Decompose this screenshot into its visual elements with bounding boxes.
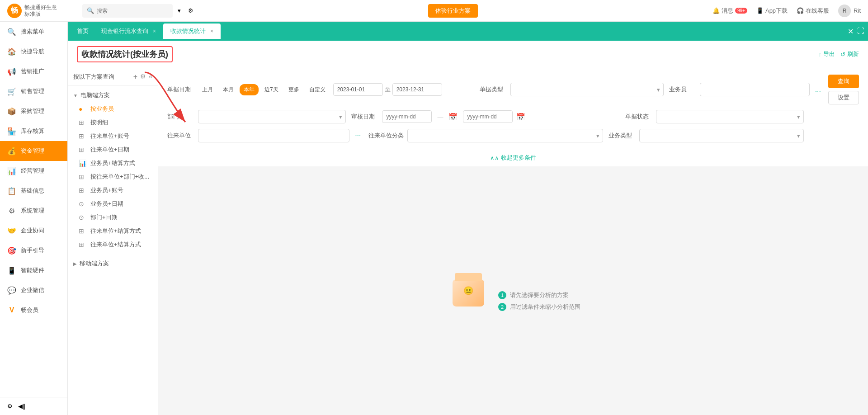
scheme-item-detail[interactable]: ⊞ 按明细 — [68, 116, 158, 129]
review-date-to-input[interactable] — [463, 110, 513, 123]
sidebar-item-management[interactable]: 📊 经营管理 — [0, 161, 67, 181]
scheme-item-unit-date[interactable]: ⊞ 往来单位+日期 — [68, 143, 158, 156]
tab-cashflow[interactable]: 现金银行流水查询 × — [94, 24, 163, 39]
query-button[interactable]: 查询 — [828, 75, 859, 88]
sidebar-item-hardware[interactable]: 📱 智能硬件 — [0, 260, 67, 280]
date-btn-last-month[interactable]: 上月 — [198, 84, 217, 95]
date-btn-this-year[interactable]: 本年 — [240, 84, 259, 95]
scheme-header-label: 按以下方案查询 — [73, 73, 114, 81]
guide-icon: 🎯 — [7, 246, 16, 255]
tab-maximize-icon[interactable]: ⛶ — [857, 27, 864, 35]
search-input[interactable] — [97, 8, 165, 14]
search-icon: 🔍 — [87, 7, 94, 14]
date-to-input[interactable] — [392, 83, 442, 96]
sidebar-item-weixin[interactable]: 💬 企业微信 — [0, 280, 67, 300]
notification-label: 消息 — [722, 7, 733, 15]
scheme-collapse-icon[interactable]: « — [149, 73, 152, 81]
app-download-area[interactable]: 📱 App下载 — [756, 7, 788, 15]
header-search-box[interactable]: 🔍 — [82, 4, 173, 18]
salesman-input[interactable] — [700, 83, 809, 96]
scheme-item-salesman-date[interactable]: ⊙ 业务员+日期 — [68, 197, 158, 211]
scheme-item-label: 往来单位+日期 — [90, 146, 129, 154]
sidebar-item-label: 快捷导航 — [21, 47, 44, 56]
dropdown-chevron-icon[interactable]: ▾ — [175, 7, 183, 14]
scheme-item-unit-payment1[interactable]: ⊞ 往来单位+结算方式 — [68, 224, 158, 238]
sidebar-item-guide[interactable]: 🎯 新手引导 — [0, 241, 67, 260]
sidebar-item-sales[interactable]: 🛒 销售管理 — [0, 81, 67, 101]
review-date-from-calendar-icon[interactable]: 📅 — [448, 113, 458, 121]
counterpart-more-icon[interactable]: ··· — [355, 132, 361, 140]
voucher-type-select-wrapper — [510, 83, 664, 96]
sidebar-item-marketing[interactable]: 📢 营销推广 — [0, 61, 67, 81]
counterpart-category-select[interactable] — [407, 129, 603, 142]
sidebar-item-member[interactable]: V 畅会员 — [0, 300, 67, 320]
scheme-settings-icon[interactable]: ⚙ — [140, 73, 146, 81]
voucher-status-select[interactable] — [656, 110, 804, 123]
unit-date-icon: ⊞ — [79, 146, 87, 153]
date-btn-more[interactable]: 更多 — [284, 84, 303, 95]
sidebar-item-purchase[interactable]: 📦 采购管理 — [0, 101, 67, 121]
sidebar-item-search[interactable]: 🔍 搜索菜单 — [0, 22, 67, 42]
sidebar-item-finance[interactable]: 💰 资金管理 — [0, 141, 67, 161]
sidebar-item-collab[interactable]: 🤝 企业协同 — [0, 221, 67, 241]
scheme-group-mobile-header[interactable]: ▶ 移动端方案 — [68, 257, 158, 270]
mobile-group-arrow: ▶ — [73, 261, 77, 266]
scheme-add-icon[interactable]: + — [133, 73, 137, 81]
scheme-item-salesman-account[interactable]: ⊞ 业务员+账号 — [68, 184, 158, 197]
voucher-type-select[interactable] — [510, 83, 664, 96]
sidebar-item-system[interactable]: ⚙ 系统管理 — [0, 201, 67, 221]
date-btn-7days[interactable]: 近7天 — [260, 84, 283, 95]
sidebar-item-basic-info[interactable]: 📋 基础信息 — [0, 181, 67, 201]
scheme-item-salesman-payment[interactable]: 📊 业务员+结算方式 — [68, 156, 158, 170]
tab-cashflow-close-icon[interactable]: × — [153, 28, 156, 34]
department-select[interactable] — [198, 110, 346, 123]
empty-box: 😐 — [453, 279, 484, 307]
collapse-row[interactable]: ∧∧ 收起更多条件 — [158, 149, 868, 166]
date-from-input[interactable] — [333, 83, 383, 96]
tab-home[interactable]: 首页 — [71, 24, 94, 39]
sidebar-item-inventory[interactable]: 🏪 库存核算 — [0, 121, 67, 141]
review-date-from-input[interactable] — [382, 110, 432, 123]
tab-collections-close-icon[interactable]: × — [210, 28, 213, 34]
salesman-more-icon[interactable]: ... — [815, 85, 821, 94]
gear-settings-icon[interactable]: ⚙ — [188, 7, 193, 14]
review-date-to-calendar-icon[interactable]: 📅 — [516, 113, 525, 121]
tab-collections[interactable]: 收款情况统计 × — [163, 24, 221, 39]
scheme-item-unit-dept[interactable]: ⊞ 按往来单位+部门+收... — [68, 170, 158, 184]
scheme-item-unit-account[interactable]: ⊞ 往来单位+账号 — [68, 129, 158, 143]
empty-illustration: 😐 — [446, 270, 491, 311]
business-type-select[interactable] — [639, 129, 804, 142]
online-service-area[interactable]: 🎧 在线客服 — [797, 7, 829, 15]
unit-payment1-icon: ⊞ — [79, 227, 87, 235]
scheme-item-dept-date[interactable]: ⊙ 部门+日期 — [68, 211, 158, 224]
trial-btn[interactable]: 体验行业方案 — [428, 4, 478, 18]
empty-tips: 1 请先选择要分析的方案 2 用过滤条件来缩小分析范围 — [498, 291, 580, 311]
user-name: Rit — [854, 7, 861, 14]
top-header: 畅 畅捷通好生意 标准版 🔍 ▾ ⚙ 体验行业方案 🔔 消息 99+ 📱 App… — [0, 0, 868, 22]
tip-num-2: 2 — [498, 303, 506, 311]
collab-icon: 🤝 — [7, 226, 16, 235]
export-button[interactable]: ↑ 导出 — [819, 50, 835, 58]
sidebar-item-quicknav[interactable]: 🏠 快捷导航 — [0, 42, 67, 61]
scheme-group-mobile: ▶ 移动端方案 — [68, 254, 158, 273]
scheme-item-label: 往来单位+结算方式 — [90, 227, 141, 235]
refresh-button[interactable]: ↺ 刷新 — [840, 50, 859, 58]
date-btn-this-month[interactable]: 本月 — [219, 84, 238, 95]
scheme-item-unit-payment2[interactable]: ⊞ 往来单位+结算方式 — [68, 238, 158, 251]
tab-close-window-icon[interactable]: ✕ — [848, 27, 854, 36]
scheme-item-by-salesman[interactable]: ● 按业务员 — [68, 102, 158, 116]
collapse-sidebar-icon[interactable]: ◀‖ — [18, 403, 26, 410]
app-edition: 标准版 — [24, 11, 57, 17]
counterpart-input[interactable] — [198, 129, 349, 142]
empty-box-face: 😐 — [463, 286, 473, 296]
review-date-label: 审核日期 — [351, 113, 378, 121]
notification-area[interactable]: 🔔 消息 99+ — [712, 7, 747, 15]
query-row-2: 部门 审核日期 — 📅 — [167, 110, 859, 123]
voucher-type-field: 单据类型 — [480, 83, 664, 96]
app-download-icon: 📱 — [756, 7, 764, 14]
salesman-payment-icon: 📊 — [79, 160, 87, 167]
scheme-group-pc-header[interactable]: ▼ 电脑端方案 — [68, 89, 158, 102]
date-btn-custom[interactable]: 自定义 — [305, 84, 330, 95]
settings-button[interactable]: 设置 — [828, 91, 859, 104]
settings-bottom-icon[interactable]: ⚙ — [7, 403, 13, 410]
